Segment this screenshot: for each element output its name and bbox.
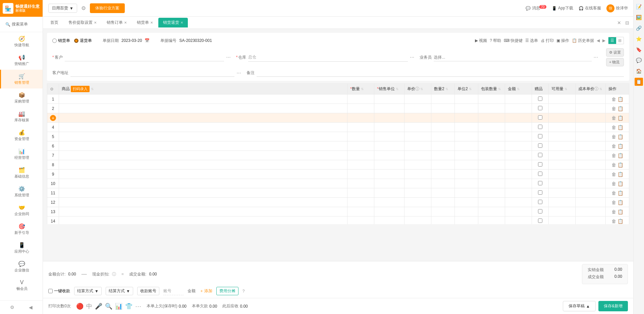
pack-qty-cell-1[interactable] bbox=[478, 95, 505, 104]
select-btn[interactable]: ☰ 选单 bbox=[525, 38, 538, 44]
sales-unit-cell-2[interactable] bbox=[374, 104, 405, 113]
unit2-cell-7[interactable] bbox=[455, 151, 478, 160]
sidebar-item-basic[interactable]: 🗂️基础信息 bbox=[0, 164, 43, 182]
gift-cell-2[interactable] bbox=[532, 104, 549, 113]
product-cell-3[interactable] bbox=[59, 113, 347, 123]
account-input[interactable]: 账号 bbox=[163, 287, 183, 295]
fee-split-btn[interactable]: 费用分摊 bbox=[216, 287, 238, 295]
message-item[interactable]: 💬 消息 70 bbox=[526, 5, 546, 11]
settlement-method-select[interactable]: 结算方式 ▼ bbox=[74, 287, 102, 295]
cost-price-cell-7[interactable] bbox=[576, 151, 606, 160]
tab-home[interactable]: 首页 bbox=[46, 18, 63, 27]
gift-cell-6[interactable] bbox=[532, 141, 549, 151]
right-panel-note-icon[interactable]: 📝 bbox=[635, 3, 643, 11]
sidebar-item-marketing[interactable]: 📢营销推广 bbox=[0, 51, 43, 70]
unit-price-cell-8[interactable] bbox=[405, 160, 431, 170]
available-cell-12[interactable] bbox=[549, 198, 576, 207]
pack-qty-sort-icon[interactable]: ⇅ bbox=[498, 87, 501, 91]
sidebar-item-member[interactable]: V畅会员 bbox=[0, 276, 43, 295]
add-fee-btn[interactable]: ＋ 添加 bbox=[200, 288, 212, 294]
sidebar-item-inventory[interactable]: 🏭库存核算 bbox=[0, 107, 43, 126]
qty2-cell-13[interactable] bbox=[431, 207, 455, 216]
unit2-cell-12[interactable] bbox=[455, 198, 478, 207]
unit2-cell-5[interactable] bbox=[455, 132, 478, 141]
form-setting-btn[interactable]: ⚙ 设置 bbox=[606, 48, 624, 57]
delete-row-icon-10[interactable]: 🗑 bbox=[611, 181, 616, 186]
cost-price-cell-4[interactable] bbox=[576, 123, 606, 132]
add-row-btn[interactable]: + bbox=[50, 115, 56, 121]
qty-cell-14[interactable] bbox=[347, 216, 374, 225]
operate-btn[interactable]: ▣ 操作 bbox=[556, 38, 569, 44]
pack-qty-cell-3[interactable] bbox=[478, 113, 505, 123]
tab-sales-return[interactable]: 销货退货✕ bbox=[158, 18, 188, 27]
available-cell-9[interactable] bbox=[549, 170, 576, 179]
unit-price-cell-7[interactable] bbox=[405, 151, 431, 160]
mic-icon[interactable]: 🎤 bbox=[95, 303, 102, 310]
cost-price-info-icon[interactable]: ⓘ bbox=[594, 86, 598, 91]
available-cell-3[interactable] bbox=[549, 113, 576, 123]
unit-price-info-icon[interactable]: ⓘ bbox=[415, 86, 419, 91]
list-view-btn[interactable]: ☰ bbox=[608, 37, 616, 44]
sidebar-item-wechat[interactable]: 💬企业微信 bbox=[0, 257, 43, 276]
copy-row-icon-14[interactable]: 📋 bbox=[618, 218, 623, 224]
qty-cell-4[interactable] bbox=[347, 123, 374, 132]
shirt-icon[interactable]: 👕 bbox=[125, 303, 132, 310]
unit-price-cell-6[interactable] bbox=[405, 141, 431, 151]
sales-unit-cell-11[interactable] bbox=[374, 188, 405, 198]
unit2-sort-icon[interactable]: ⇅ bbox=[469, 87, 472, 91]
product-cell-9[interactable] bbox=[59, 170, 347, 179]
s-icon[interactable]: 🔴 bbox=[76, 303, 84, 310]
pack-qty-cell-2[interactable] bbox=[478, 104, 505, 113]
unit-price-cell-2[interactable] bbox=[405, 104, 431, 113]
unit-price-cell-5[interactable] bbox=[405, 132, 431, 141]
qty-cell-13[interactable] bbox=[347, 207, 374, 216]
right-panel-image-icon[interactable]: 🖼️ bbox=[635, 13, 643, 21]
cost-price-cell-12[interactable] bbox=[576, 198, 606, 207]
delete-row-icon-2[interactable]: 🗑 bbox=[611, 106, 616, 111]
more-icon[interactable]: ⋯ bbox=[135, 303, 141, 310]
sidebar-item-quick-nav[interactable]: 🧭快捷导航 bbox=[0, 32, 43, 51]
copy-row-icon-4[interactable]: 📋 bbox=[618, 125, 623, 130]
online-service-item[interactable]: 🎧 在线客服 bbox=[579, 5, 601, 11]
unit2-cell-6[interactable] bbox=[455, 141, 478, 151]
product-cell-4[interactable] bbox=[59, 123, 347, 132]
sales-unit-cell-10[interactable] bbox=[374, 179, 405, 188]
qty2-cell-5[interactable] bbox=[431, 132, 455, 141]
sales-delivery-radio[interactable]: 销货单 bbox=[52, 38, 70, 44]
next-doc-icon[interactable]: ▶ bbox=[602, 38, 605, 43]
copy-row-icon-11[interactable]: 📋 bbox=[618, 190, 623, 196]
save-new-btn[interactable]: 保存&新增 bbox=[598, 301, 628, 311]
collection-account-select[interactable]: 收款账号 bbox=[137, 287, 159, 295]
tabs-menu-btn[interactable]: ⊟ bbox=[624, 19, 631, 27]
save-draft-btn[interactable]: 保存草稿 ▲ bbox=[563, 301, 596, 311]
delete-row-icon-9[interactable]: 🗑 bbox=[611, 172, 616, 177]
cost-price-cell-3[interactable] bbox=[576, 113, 606, 123]
qty2-cell-11[interactable] bbox=[431, 188, 455, 198]
gift-cell-3[interactable] bbox=[532, 113, 549, 123]
pack-qty-cell-9[interactable] bbox=[478, 170, 505, 179]
gift-cell-11[interactable] bbox=[532, 188, 549, 198]
product-cell-8[interactable] bbox=[59, 160, 347, 170]
pack-qty-cell-8[interactable] bbox=[478, 160, 505, 170]
customer-select-icon[interactable]: ··· bbox=[226, 54, 230, 60]
qty-cell-1[interactable] bbox=[347, 95, 374, 104]
qty2-cell-7[interactable] bbox=[431, 151, 455, 160]
sales-unit-cell-5[interactable] bbox=[374, 132, 405, 141]
amount-cell-13[interactable] bbox=[505, 207, 532, 216]
search-menu-item[interactable]: 🔍 搜索菜单 bbox=[3, 19, 40, 29]
gift-cell-5[interactable] bbox=[532, 132, 549, 141]
qty-cell-6[interactable] bbox=[347, 141, 374, 151]
sidebar-item-operation[interactable]: 📊经营管理 bbox=[0, 145, 43, 164]
sales-unit-cell-4[interactable] bbox=[374, 123, 405, 132]
unit-price-cell-10[interactable] bbox=[405, 179, 431, 188]
unit2-cell-11[interactable] bbox=[455, 188, 478, 198]
amount-cell-12[interactable] bbox=[505, 198, 532, 207]
pack-qty-cell-14[interactable] bbox=[478, 216, 505, 225]
sales-unit-cell-3[interactable] bbox=[374, 113, 405, 123]
tab-close-sales-order[interactable]: ✕ bbox=[124, 21, 127, 24]
copy-row-icon-7[interactable]: 📋 bbox=[618, 153, 623, 158]
unit2-cell-10[interactable] bbox=[455, 179, 478, 188]
gift-cell-14[interactable] bbox=[532, 216, 549, 225]
available-cell-5[interactable] bbox=[549, 132, 576, 141]
cost-price-cell-9[interactable] bbox=[576, 170, 606, 179]
